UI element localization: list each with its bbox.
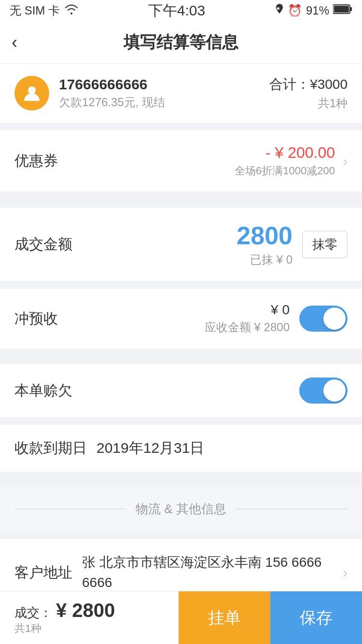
- prepay-toggle-knob: [323, 308, 346, 330]
- coupon-value-col: - ¥ 200.00 全场6折满1000减200: [235, 144, 335, 178]
- battery-icon: [333, 4, 352, 17]
- coupon-row[interactable]: 优惠券 - ¥ 200.00 全场6折满1000减200 ›: [0, 130, 362, 192]
- nav-bar: ‹ 填写结算等信息: [0, 21, 362, 64]
- battery-percent: 91%: [306, 4, 329, 17]
- svg-rect-2: [334, 6, 349, 13]
- address-value: 张 北京市市辖区海淀区永丰南 156 6666 6666: [82, 552, 343, 593]
- logistics-line-left: [14, 509, 126, 509]
- prepay-card: 冲预收 ¥ 0 应收金额 ¥ 2800: [0, 289, 362, 349]
- nav-title: 填写结算等信息: [124, 31, 238, 54]
- customer-row: 17666666666 欠款1276.35元, 现结 合计：¥3000 共1种: [0, 64, 362, 123]
- address-label: 客户地址: [14, 563, 72, 583]
- content: 17666666666 欠款1276.35元, 现结 合计：¥3000 共1种 …: [0, 64, 362, 644]
- bottom-deal-label: 成交：: [14, 604, 52, 621]
- prepay-receivable: 应收金额 ¥ 2800: [205, 320, 290, 335]
- prepay-row: 冲预收 ¥ 0 应收金额 ¥ 2800: [0, 289, 362, 349]
- location-icon: [275, 4, 284, 17]
- back-button[interactable]: ‹: [12, 32, 17, 53]
- logistics-header: 物流 & 其他信息: [0, 487, 362, 531]
- svg-rect-1: [350, 7, 352, 11]
- status-bar: 无 SIM 卡 下午4:03 ⏰ 91%: [0, 0, 362, 21]
- pending-button[interactable]: 挂单: [179, 591, 270, 644]
- coupon-discount: - ¥ 200.00: [235, 144, 335, 162]
- section-sep-2: [0, 356, 362, 364]
- prepay-right: ¥ 0 应收金额 ¥ 2800: [205, 302, 348, 335]
- section-sep-3: [0, 479, 362, 487]
- due-date-label: 收款到期日: [14, 438, 87, 458]
- avatar: [14, 76, 49, 111]
- coupon-card: 优惠券 - ¥ 200.00 全场6折满1000减200 ›: [0, 130, 362, 192]
- prepay-toggle[interactable]: [299, 306, 348, 332]
- logistics-section: 物流 & 其他信息: [0, 487, 362, 531]
- customer-card: 17666666666 欠款1276.35元, 现结 合计：¥3000 共1种: [0, 64, 362, 123]
- bottom-deal-row: 成交： ¥ 2800: [14, 600, 164, 621]
- deal-amount-row: 成交金额 2800 已抹 ¥ 0 抹零: [0, 208, 362, 281]
- alarm-icon: ⏰: [288, 4, 302, 17]
- section-sep-1: [0, 200, 362, 208]
- credit-label: 本单赊欠: [14, 381, 72, 401]
- status-left: 无 SIM 卡: [10, 3, 78, 18]
- credit-toggle-knob: [323, 379, 346, 402]
- deal-amount-value: 2800: [237, 221, 292, 250]
- prepay-label: 冲预收: [14, 309, 58, 329]
- prepay-amount-col: ¥ 0 应收金额 ¥ 2800: [205, 302, 290, 335]
- svg-point-3: [28, 86, 36, 94]
- credit-row: 本单赊欠: [0, 364, 362, 417]
- customer-phone: 17666666666: [59, 76, 165, 93]
- bottom-bar: 成交： ¥ 2800 共1种 挂单 保存: [0, 591, 362, 644]
- status-right: ⏰ 91%: [275, 4, 352, 17]
- credit-toggle[interactable]: [299, 378, 348, 404]
- deal-amount-label: 成交金额: [14, 235, 72, 254]
- round-zero-button[interactable]: 抹零: [302, 231, 348, 258]
- credit-card: 本单赊欠: [0, 364, 362, 417]
- deal-amount-sub: 已抹 ¥ 0: [237, 252, 292, 267]
- address-chevron-icon: ›: [343, 564, 348, 581]
- customer-info: 17666666666 欠款1276.35元, 现结: [59, 76, 165, 110]
- wifi-icon: [65, 4, 78, 17]
- due-date-value: 2019年12月31日: [97, 438, 204, 458]
- customer-debt: 欠款1276.35元, 现结: [59, 95, 165, 110]
- customer-left: 17666666666 欠款1276.35元, 现结: [14, 76, 165, 111]
- deal-amount-card: 成交金额 2800 已抹 ¥ 0 抹零: [0, 208, 362, 281]
- coupon-chevron-icon: ›: [343, 153, 348, 169]
- status-time: 下午4:03: [148, 1, 205, 21]
- bottom-deal-amount: ¥ 2800: [56, 600, 115, 621]
- due-date-card: 收款到期日 2019年12月31日: [0, 425, 362, 472]
- deal-amount-value-col: 2800 已抹 ¥ 0: [237, 221, 292, 267]
- total-amount: 合计：¥3000: [269, 75, 348, 94]
- coupon-desc: 全场6折满1000减200: [235, 164, 335, 178]
- due-date-row: 收款到期日 2019年12月31日: [0, 425, 362, 472]
- sim-status: 无 SIM 卡: [10, 3, 60, 18]
- prepay-amount: ¥ 0: [205, 302, 290, 318]
- customer-total: 合计：¥3000 共1种: [269, 75, 348, 111]
- coupon-right: - ¥ 200.00 全场6折满1000减200 ›: [235, 144, 348, 178]
- bottom-deal-info: 成交： ¥ 2800 共1种: [0, 600, 179, 636]
- logistics-title: 物流 & 其他信息: [136, 501, 226, 518]
- logistics-line-right: [236, 509, 348, 509]
- deal-amount-right: 2800 已抹 ¥ 0 抹零: [237, 221, 348, 267]
- coupon-label: 优惠券: [14, 151, 58, 171]
- total-count: 共1种: [269, 96, 348, 111]
- save-button[interactable]: 保存: [270, 591, 362, 644]
- bottom-deal-count: 共1种: [14, 621, 164, 636]
